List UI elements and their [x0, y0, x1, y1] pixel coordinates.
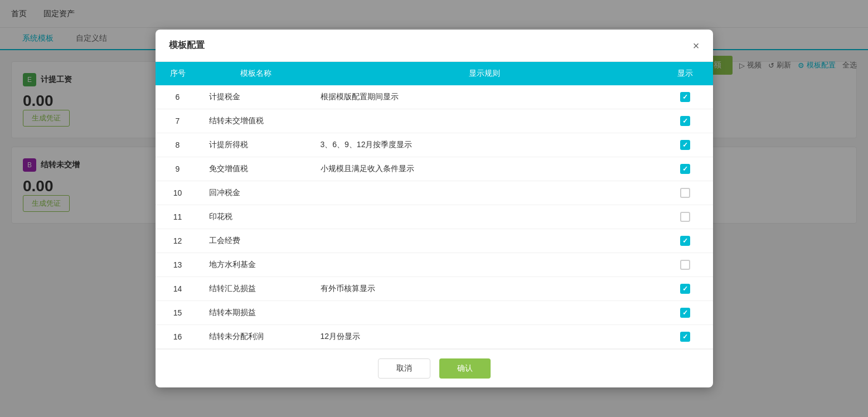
table-header-row: 序号 模板名称 显示规则 显示 [156, 62, 713, 85]
table-row: 11印花税 [156, 205, 713, 229]
col-header-display: 显示 [657, 62, 713, 85]
table-row: 8计提所得税3、6、9、12月按季度显示 [156, 133, 713, 157]
cell-rule-8: 有外币核算显示 [312, 277, 657, 301]
cell-check-4[interactable] [657, 181, 713, 205]
cell-seq-1: 7 [156, 109, 200, 133]
checkbox-2[interactable] [680, 140, 690, 150]
table-body: 6计提税金根据模版配置期间显示7结转未交增值税8计提所得税3、6、9、12月按季… [156, 85, 713, 349]
table-row: 14结转汇兑损益有外币核算显示 [156, 277, 713, 301]
checkbox-3[interactable] [680, 164, 690, 174]
cell-rule-0: 根据模版配置期间显示 [312, 85, 657, 109]
cell-seq-10: 16 [156, 325, 200, 349]
cell-seq-3: 9 [156, 157, 200, 181]
modal-overlay: 模板配置 × 序号 模板名称 显示规则 显示 6计提税金根据模版配置期间 [0, 0, 868, 417]
cancel-button[interactable]: 取消 [378, 358, 430, 379]
cell-rule-1 [312, 109, 657, 133]
cell-name-3: 免交增值税 [200, 157, 312, 181]
cell-name-0: 计提税金 [200, 85, 312, 109]
dialog-title: 模板配置 [169, 40, 205, 51]
cell-name-7: 地方水利基金 [200, 253, 312, 277]
col-header-name: 模板名称 [200, 62, 312, 85]
cell-name-10: 结转未分配利润 [200, 325, 312, 349]
cell-rule-2: 3、6、9、12月按季度显示 [312, 133, 657, 157]
cell-check-1[interactable] [657, 109, 713, 133]
dialog-footer: 取消 确认 [156, 349, 713, 387]
cell-seq-6: 12 [156, 229, 200, 253]
checkbox-8[interactable] [680, 284, 690, 294]
cell-rule-10: 12月份显示 [312, 325, 657, 349]
cell-name-4: 回冲税金 [200, 181, 312, 205]
table-row: 6计提税金根据模版配置期间显示 [156, 85, 713, 109]
checkbox-7[interactable] [680, 260, 690, 270]
cell-seq-9: 15 [156, 301, 200, 325]
cell-name-2: 计提所得税 [200, 133, 312, 157]
cell-check-8[interactable] [657, 277, 713, 301]
cell-rule-3: 小规模且满足收入条件显示 [312, 157, 657, 181]
cell-seq-5: 11 [156, 205, 200, 229]
table-row: 13地方水利基金 [156, 253, 713, 277]
table-row: 12工会经费 [156, 229, 713, 253]
config-table: 序号 模板名称 显示规则 显示 6计提税金根据模版配置期间显示7结转未交增值税8… [156, 62, 713, 349]
cell-rule-4 [312, 181, 657, 205]
col-header-seq: 序号 [156, 62, 200, 85]
checkbox-1[interactable] [680, 116, 690, 126]
cell-seq-2: 8 [156, 133, 200, 157]
cell-name-1: 结转未交增值税 [200, 109, 312, 133]
checkbox-4[interactable] [680, 188, 690, 198]
cell-seq-4: 10 [156, 181, 200, 205]
cell-name-9: 结转本期损益 [200, 301, 312, 325]
cell-seq-0: 6 [156, 85, 200, 109]
cell-rule-6 [312, 229, 657, 253]
cell-check-5[interactable] [657, 205, 713, 229]
cell-rule-9 [312, 301, 657, 325]
cell-seq-7: 13 [156, 253, 200, 277]
cell-rule-5 [312, 205, 657, 229]
dialog-close-button[interactable]: × [693, 40, 700, 51]
dialog-header: 模板配置 × [156, 30, 713, 62]
confirm-button[interactable]: 确认 [439, 358, 491, 379]
cell-check-10[interactable] [657, 325, 713, 349]
cell-check-0[interactable] [657, 85, 713, 109]
checkbox-9[interactable] [680, 308, 690, 318]
cell-check-3[interactable] [657, 157, 713, 181]
cell-rule-7 [312, 253, 657, 277]
cell-name-5: 印花税 [200, 205, 312, 229]
template-config-dialog: 模板配置 × 序号 模板名称 显示规则 显示 6计提税金根据模版配置期间 [156, 30, 713, 387]
cell-name-8: 结转汇兑损益 [200, 277, 312, 301]
table-row: 15结转本期损益 [156, 301, 713, 325]
cell-seq-8: 14 [156, 277, 200, 301]
background-page: 首页 固定资产 系统模板 自定义结 测算金额 ▷ 视频 ↺ 刷新 ⚙ 模板配置 … [0, 0, 868, 417]
cell-check-9[interactable] [657, 301, 713, 325]
table-row: 9免交增值税小规模且满足收入条件显示 [156, 157, 713, 181]
table-row: 10回冲税金 [156, 181, 713, 205]
table-row: 7结转未交增值税 [156, 109, 713, 133]
checkbox-0[interactable] [680, 92, 690, 102]
dialog-body[interactable]: 序号 模板名称 显示规则 显示 6计提税金根据模版配置期间显示7结转未交增值税8… [156, 62, 713, 349]
checkbox-5[interactable] [680, 212, 690, 222]
cell-check-2[interactable] [657, 133, 713, 157]
checkbox-6[interactable] [680, 236, 690, 246]
cell-check-6[interactable] [657, 229, 713, 253]
checkbox-10[interactable] [680, 332, 690, 342]
table-row: 16结转未分配利润12月份显示 [156, 325, 713, 349]
cell-name-6: 工会经费 [200, 229, 312, 253]
cell-check-7[interactable] [657, 253, 713, 277]
col-header-rule: 显示规则 [312, 62, 657, 85]
